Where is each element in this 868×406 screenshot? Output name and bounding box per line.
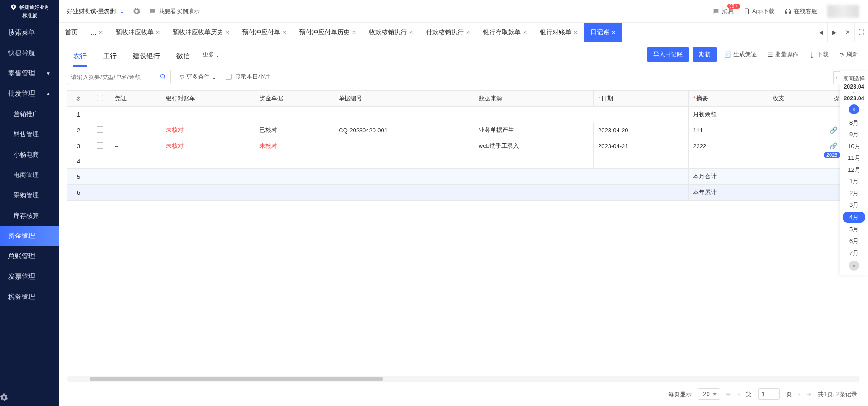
tabs-prev-button[interactable]: ◀ — [814, 23, 827, 42]
period-month[interactable]: 2月 — [840, 187, 868, 199]
close-icon[interactable]: ✕ — [282, 29, 287, 36]
sidebar-wholesale[interactable]: 批发管理▲ — [0, 84, 59, 104]
row-checkbox[interactable] — [90, 138, 110, 154]
period-month[interactable]: 1月 — [840, 176, 868, 187]
bank-tab[interactable]: 建设银行 — [125, 46, 168, 67]
period-month[interactable]: 10月 — [840, 140, 868, 152]
bank-tab[interactable]: 工行 — [95, 46, 125, 67]
sidebar-item-tax[interactable]: 税务管理 — [0, 287, 59, 307]
period-month[interactable]: 3月 — [840, 199, 868, 211]
org-selector[interactable]: 好业财测试-量勿删 ⌄ — [67, 7, 124, 15]
link-icon[interactable]: 🔗 — [830, 126, 837, 134]
bank-more-button[interactable]: 更多 ⌄ — [198, 44, 225, 65]
period-scroll-down[interactable]: » — [849, 261, 859, 271]
search-icon[interactable] — [160, 73, 167, 80]
close-icon[interactable]: ✕ — [523, 29, 527, 36]
period-scroll-up[interactable]: « — [849, 104, 859, 114]
page-tab[interactable]: 预付冲应付单历史✕ — [293, 23, 363, 42]
period-month[interactable]: 6月 — [840, 235, 868, 247]
sidebar-quick-nav[interactable]: 快捷导航 — [0, 43, 59, 63]
row-checkbox[interactable] — [90, 122, 110, 138]
close-icon[interactable]: ✕ — [611, 29, 616, 36]
gen-voucher-button[interactable]: 🧾生成凭证 — [721, 47, 760, 62]
customer-service-link[interactable]: 在线客服 — [784, 7, 817, 15]
close-icon[interactable]: ✕ — [466, 29, 470, 36]
period-collapse-button[interactable]: › — [833, 71, 840, 84]
page-tab[interactable]: 银行存取款单✕ — [476, 23, 533, 42]
page-tab[interactable]: 预付冲应付单✕ — [236, 23, 293, 42]
sidebar-item-invoice[interactable]: 发票管理 — [0, 266, 59, 287]
close-icon[interactable]: ✕ — [225, 29, 230, 36]
page-size-select[interactable]: 20 — [698, 388, 720, 400]
prev-page-button[interactable]: ‹ — [738, 391, 740, 397]
last-page-button[interactable]: ⇥ — [807, 391, 811, 397]
more-conditions-button[interactable]: ▽ 更多条件 ⌄ — [180, 73, 217, 81]
close-icon[interactable]: ✕ — [409, 29, 413, 36]
page-tab[interactable]: 预收冲应收单历史✕ — [166, 23, 236, 42]
horizontal-scrollbar[interactable] — [67, 376, 860, 382]
sidebar-item-ecommerce[interactable]: 电商管理 — [0, 165, 59, 185]
speech-icon — [149, 8, 156, 15]
phone-icon — [744, 8, 750, 15]
sidebar-item-sales[interactable]: 销售管理 — [0, 124, 59, 145]
messages-link[interactable]: 消息 99 + — [712, 7, 734, 15]
period-month[interactable]: 5月 — [840, 224, 868, 235]
fullscreen-button[interactable]: ⛶ — [854, 23, 868, 42]
period-from: 2023.04 — [844, 84, 864, 90]
sidebar: 搜索菜单 快捷导航 零售管理▼ 批发管理▲ 营销推广 销售管理 小畅电商 电商管… — [0, 23, 59, 406]
import-journal-button[interactable]: 导入日记账 — [647, 47, 689, 62]
refresh-button[interactable]: ⟳刷新 — [836, 47, 862, 62]
bank-tab[interactable]: 微信 — [168, 46, 198, 67]
app-download-link[interactable]: App下载 — [744, 7, 774, 15]
sidebar-item-purchase[interactable]: 采购管理 — [0, 185, 59, 205]
page-tab[interactable]: 收款核销执行✕ — [363, 23, 420, 42]
period-month[interactable]: 11月 — [840, 152, 868, 164]
sidebar-settings-icon[interactable] — [0, 393, 59, 401]
daily-subtotal-checkbox[interactable]: 显示本日小计 — [226, 73, 270, 81]
bank-tab[interactable]: 农行 — [65, 46, 95, 67]
page-tab[interactable]: 预收冲应收单✕ — [109, 23, 166, 42]
sidebar-item-funds[interactable]: 资金管理 — [0, 226, 59, 246]
close-icon[interactable]: ✕ — [99, 29, 103, 36]
sidebar-item-inventory[interactable]: 库存核算 — [0, 205, 59, 226]
search-box[interactable] — [67, 70, 171, 84]
sidebar-item-gl[interactable]: 总账管理 — [0, 246, 59, 266]
period-month[interactable]: 4月 — [843, 212, 865, 223]
page-tab[interactable]: 日记账✕ — [584, 23, 622, 42]
user-avatar-blurred[interactable] — [827, 5, 859, 18]
select-all-checkbox[interactable] — [90, 91, 110, 107]
sidebar-retail[interactable]: 零售管理▼ — [0, 63, 59, 84]
bill-link[interactable]: CQ-20230420-001 — [339, 127, 387, 134]
period-month[interactable]: 9月 — [840, 129, 868, 140]
batch-button[interactable]: ☰批量操作 — [764, 47, 802, 62]
main-area: 搜索菜单 快捷导航 零售管理▼ 批发管理▲ 营销推广 销售管理 小畅电商 电商管… — [0, 23, 868, 406]
period-init-button[interactable]: 期初 — [693, 47, 717, 62]
tabs-next-button[interactable]: ▶ — [827, 23, 841, 42]
sidebar-search[interactable]: 搜索菜单 — [0, 23, 59, 43]
tabs-close-button[interactable]: ✕ — [841, 23, 854, 42]
close-icon[interactable]: ✕ — [352, 29, 356, 36]
sidebar-item-xiaochang[interactable]: 小畅电商 — [0, 145, 59, 165]
period-month[interactable]: 7月 — [840, 247, 868, 259]
period-month[interactable]: 12月 — [840, 164, 868, 176]
page-tab[interactable]: 银行对账单✕ — [533, 23, 584, 42]
settings-gear-icon[interactable] — [132, 7, 141, 15]
tabs-controls: ◀ ▶ ✕ ⛶ — [814, 23, 868, 42]
message-icon — [712, 8, 720, 15]
first-page-button[interactable]: ⇤ — [726, 391, 731, 397]
sidebar-item-marketing[interactable]: 营销推广 — [0, 104, 59, 124]
page-tab[interactable]: …✕ — [84, 23, 109, 42]
demo-link[interactable]: 我要看实例演示 — [149, 7, 200, 15]
search-input[interactable] — [71, 74, 160, 80]
column-settings-button[interactable]: ⚙ — [67, 91, 90, 107]
close-icon[interactable]: ✕ — [156, 29, 160, 36]
page-tab[interactable]: 首页 — [59, 23, 84, 42]
col-fund: 资金单据 — [255, 91, 334, 107]
page-tab[interactable]: 付款核销执行✕ — [420, 23, 476, 42]
link-icon[interactable]: 🔗 — [830, 142, 837, 149]
period-month[interactable]: 8月 — [840, 117, 868, 129]
close-icon[interactable]: ✕ — [573, 29, 578, 36]
page-input[interactable] — [758, 388, 780, 400]
next-page-button[interactable]: › — [798, 391, 800, 397]
download-button[interactable]: ⭳下载 — [806, 47, 832, 62]
